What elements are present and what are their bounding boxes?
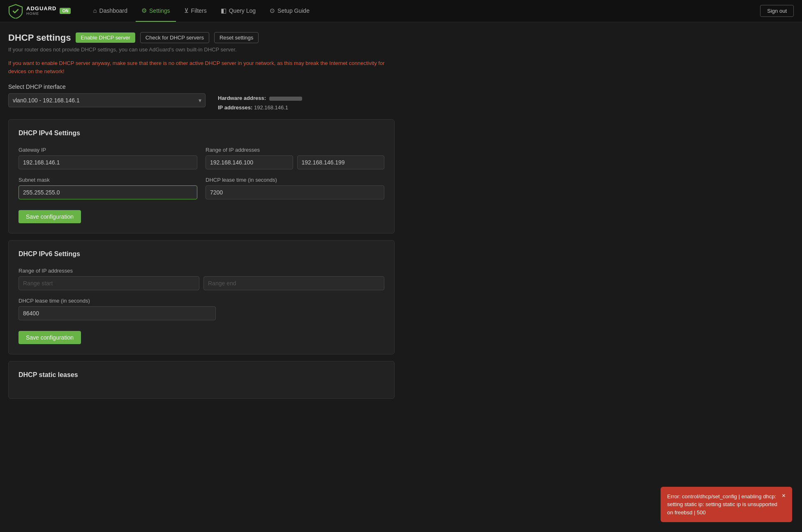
enable-dhcp-button[interactable]: Enable DHCP server [76, 32, 135, 43]
sign-out-button[interactable]: Sign out [760, 5, 794, 17]
subnet-mask-input[interactable] [18, 185, 197, 199]
lease-time-group: DHCP lease time (in seconds) [206, 177, 384, 199]
ipv6-range-start-input[interactable] [18, 276, 199, 290]
lease-time-input[interactable] [206, 185, 384, 199]
nav-settings[interactable]: ⚙ Settings [136, 0, 176, 22]
nav-filters[interactable]: ⊻ Filters [178, 0, 213, 22]
interface-select-wrapper: vlan0.100 - 192.168.146.1 ▾ [8, 93, 206, 107]
ipv4-row-2: Subnet mask DHCP lease time (in seconds) [18, 177, 384, 199]
nav-setup-guide[interactable]: ⊙ Setup Guide [264, 0, 315, 22]
gateway-ip-group: Gateway IP [18, 147, 197, 169]
brand-sub: HOME [26, 12, 56, 16]
ip-range-label: Range of IP addresses [206, 147, 384, 153]
ipv6-row-1: Range of IP addresses [18, 268, 384, 290]
ipv6-range-label: Range of IP addresses [18, 268, 384, 274]
check-dhcp-servers-button[interactable]: Check for DHCP servers [140, 32, 209, 43]
gateway-ip-input[interactable] [18, 155, 197, 169]
ip-range-group: Range of IP addresses [206, 147, 384, 169]
filters-icon: ⊻ [184, 7, 189, 14]
ipv6-lease-time-group: DHCP lease time (in seconds) [18, 298, 384, 320]
ipv4-save-button[interactable]: Save configuration [18, 210, 81, 223]
subnet-mask-group: Subnet mask [18, 177, 197, 199]
ipv6-range-end-input[interactable] [203, 276, 384, 290]
warning-text: If you want to enable DHCP server anyway… [8, 59, 395, 75]
page-title: DHCP settings [8, 32, 71, 43]
nav-links: ⌂ Dashboard ⚙ Settings ⊻ Filters ◧ Query… [87, 0, 760, 22]
toast-message: Error: control/dhcp/set_config | enablin… [667, 493, 778, 517]
error-toast: Error: control/dhcp/set_config | enablin… [661, 487, 792, 523]
ipv4-row-1: Gateway IP Range of IP addresses [18, 147, 384, 169]
lease-time-label: DHCP lease time (in seconds) [206, 177, 384, 183]
brand: ADGUARD HOME ON [8, 4, 71, 19]
ipv4-card-title: DHCP IPv4 Settings [18, 130, 384, 137]
brand-logo-icon [8, 4, 23, 19]
dashboard-icon: ⌂ [93, 7, 97, 14]
query-log-icon: ◧ [221, 7, 227, 14]
toast-close-button[interactable]: × [782, 493, 786, 499]
ipv6-range-group: Range of IP addresses [18, 268, 384, 290]
nav-query-log[interactable]: ◧ Query Log [215, 0, 261, 22]
nav-dashboard[interactable]: ⌂ Dashboard [87, 0, 133, 21]
brand-status-badge: ON [60, 8, 71, 14]
hardware-info: Hardware address: IP addresses: 192.168.… [218, 93, 302, 113]
ipv6-card-title: DHCP IPv6 Settings [18, 250, 384, 258]
page-header: DHCP settings Enable DHCP server Check f… [8, 32, 395, 43]
brand-name: ADGUARD [26, 6, 56, 12]
subnet-mask-label: Subnet mask [18, 177, 197, 183]
main-content: DHCP settings Enable DHCP server Check f… [0, 22, 403, 415]
ipv6-lease-time-label: DHCP lease time (in seconds) [18, 298, 384, 304]
interface-section-label: Select DHCP interface [8, 83, 395, 90]
static-leases-title: DHCP static leases [18, 371, 384, 379]
hardware-address-bar [269, 97, 302, 101]
interface-select[interactable]: vlan0.100 - 192.168.146.1 [8, 93, 206, 107]
ipv6-row-2: DHCP lease time (in seconds) [18, 298, 384, 320]
ipv4-card: DHCP IPv4 Settings Gateway IP Range of I… [8, 119, 395, 234]
navbar: ADGUARD HOME ON ⌂ Dashboard ⚙ Settings ⊻… [0, 0, 802, 22]
reset-settings-button[interactable]: Reset settings [214, 32, 259, 43]
interface-row: vlan0.100 - 192.168.146.1 ▾ Hardware add… [8, 93, 395, 113]
ipv6-save-button[interactable]: Save configuration [18, 331, 81, 344]
ip-range-end-input[interactable] [297, 155, 385, 169]
gateway-ip-label: Gateway IP [18, 147, 197, 153]
settings-icon: ⚙ [141, 7, 147, 14]
ipv6-card: DHCP IPv6 Settings Range of IP addresses… [8, 240, 395, 354]
ip-range-start-input[interactable] [206, 155, 293, 169]
setup-guide-icon: ⊙ [270, 7, 275, 14]
page-subtitle: If your router does not provide DHCP set… [8, 46, 395, 53]
static-leases-card: DHCP static leases [8, 361, 395, 399]
ipv6-lease-time-input[interactable] [18, 306, 216, 320]
